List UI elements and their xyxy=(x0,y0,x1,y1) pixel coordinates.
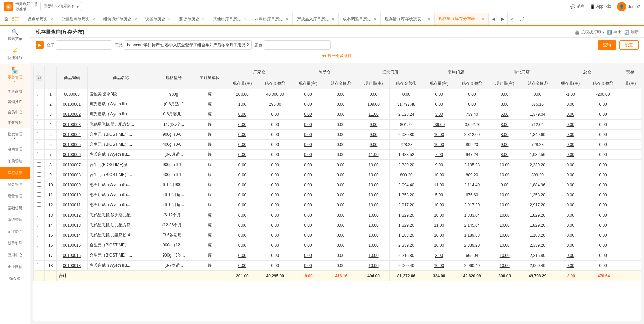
row-chen-qty[interactable]: 0.00 xyxy=(292,240,324,250)
row-yb-qty[interactable]: 10.00 xyxy=(489,230,521,240)
settings-icon[interactable]: ⚙ xyxy=(36,75,42,81)
row-fac-qty[interactable]: 0.00 xyxy=(226,230,258,240)
row-yb-qty[interactable]: 0.00 xyxy=(489,89,521,99)
sidebar-item-retail-shop[interactable]: 零售商城 xyxy=(0,86,30,97)
row-chen-qty[interactable]: 0.00 xyxy=(292,130,324,140)
sidebar-item-ecom[interactable]: 电商管理 xyxy=(0,143,30,155)
app-download-button[interactable]: 📱 App下载 xyxy=(590,4,611,9)
row-yb-qty[interactable]: 3.00 xyxy=(489,99,521,109)
sidebar-item-quick-nav[interactable]: ⚡ 快捷导航 xyxy=(0,45,30,64)
row-fac-qty[interactable]: 0.00 xyxy=(226,150,258,160)
tab-expand-button[interactable]: ⛶ xyxy=(517,13,526,25)
row-jb-qty[interactable]: 10.00 xyxy=(358,190,389,200)
row-checkbox[interactable] xyxy=(34,240,45,250)
tab-cost-adjust[interactable]: 成本调整单历史 ✕ xyxy=(339,13,381,25)
row-checkbox[interactable] xyxy=(34,160,45,170)
row-yb-qty[interactable]: 10.00 xyxy=(489,250,521,261)
row-chen-qty[interactable]: 0.00 xyxy=(292,109,324,120)
row-total-qty[interactable]: 0.00 xyxy=(554,150,586,160)
sidebar-item-member[interactable]: 会员中心 xyxy=(0,107,30,118)
row-na-qty[interactable]: 10.00 xyxy=(423,230,455,240)
row-product-code[interactable]: 00100008 xyxy=(57,170,87,180)
row-total-qty[interactable]: 0.00 xyxy=(554,170,586,180)
row-product-code[interactable]: 00100013 xyxy=(57,220,87,230)
row-na-qty[interactable]: 10.00 xyxy=(423,200,455,210)
row-na-qty[interactable]: 3.00 xyxy=(423,250,455,261)
row-fac-qty[interactable]: 0.00 xyxy=(226,261,258,271)
row-na-qty[interactable]: 0.00 xyxy=(423,89,455,99)
tab-purchase-request[interactable]: 要货单历史 ✕ xyxy=(175,13,209,25)
row-product-code[interactable]: 00100018 xyxy=(57,261,87,271)
tab-close-stock-status[interactable]: ✕ xyxy=(428,17,430,21)
tab-prev-button[interactable]: ◀ xyxy=(489,13,498,25)
sidebar-item-search[interactable]: 🔍 搜索英单 xyxy=(0,26,30,45)
row-checkbox[interactable] xyxy=(34,180,45,190)
row-na-qty[interactable]: 9.00 xyxy=(423,160,455,170)
row-product-code[interactable]: 00100002 xyxy=(57,109,87,120)
tab-close-all-button[interactable]: ✕ xyxy=(507,13,517,25)
row-jb-qty[interactable]: 10.00 xyxy=(358,170,389,180)
row-total-qty[interactable]: 0.00 xyxy=(554,99,586,109)
row-product-code[interactable]: 00100015 xyxy=(57,240,87,250)
tab-close-transfer[interactable]: ✕ xyxy=(168,17,171,21)
row-fac-qty[interactable]: 0.00 xyxy=(226,240,258,250)
product-input[interactable] xyxy=(124,40,252,50)
row-total-qty[interactable]: 0.00 xyxy=(554,220,586,230)
industry-selector[interactable]: 母婴行业演示陈套 ▾ xyxy=(40,2,82,11)
row-checkbox[interactable] xyxy=(34,120,45,130)
setting-button[interactable]: 设置 xyxy=(619,40,639,50)
expand-conditions-button[interactable]: ▾▾ 展开更多条件 xyxy=(322,52,352,60)
row-yb-qty[interactable]: 10.00 xyxy=(489,261,521,271)
sidebar-item-marketing[interactable]: 营销推广 xyxy=(0,97,30,107)
row-yb-qty[interactable]: 10.00 xyxy=(489,240,521,250)
sidebar-item-purchase[interactable]: 采购管理 xyxy=(0,155,30,167)
row-chen-qty[interactable]: 0.00 xyxy=(292,170,324,180)
row-fac-qty[interactable]: 200.00 xyxy=(226,89,258,99)
row-checkbox[interactable] xyxy=(34,220,45,230)
row-yb-qty[interactable]: 6.00 xyxy=(489,109,521,120)
tab-close-inventory-single[interactable]: ✕ xyxy=(50,17,53,21)
row-checkbox[interactable] xyxy=(34,170,45,180)
row-chen-qty[interactable]: 0.00 xyxy=(292,160,324,170)
row-na-qty[interactable]: -39.00 xyxy=(423,120,455,130)
sidebar-item-inventory[interactable]: 库存核算 xyxy=(0,167,30,179)
sidebar-item-pan-member[interactable]: 畅会员 xyxy=(0,273,30,284)
row-jb-qty[interactable]: 10.00 xyxy=(358,250,389,261)
tab-other-out[interactable]: 其他出库单历史 ✕ xyxy=(209,13,251,25)
row-fac-qty[interactable]: 0.00 xyxy=(226,250,258,261)
row-chen-qty[interactable]: 0.00 xyxy=(292,150,324,160)
row-chen-qty[interactable]: 0.00 xyxy=(292,200,324,210)
row-jb-qty[interactable]: 9.00 xyxy=(358,140,389,150)
refresh-button[interactable]: 🔄 刷新 xyxy=(624,29,639,35)
user-profile[interactable]: 👤 demo2 xyxy=(617,2,640,11)
warehouse-input[interactable] xyxy=(56,40,112,50)
tab-inventory-sub[interactable]: 分量盘点单历史 ✕ xyxy=(57,13,99,25)
row-na-qty[interactable]: 10.00 xyxy=(423,261,455,271)
row-yb-qty[interactable]: 9.00 xyxy=(489,140,521,150)
row-checkbox[interactable] xyxy=(34,230,45,240)
row-fac-qty[interactable]: 0.00 xyxy=(226,130,258,140)
row-total-qty[interactable]: 0.00 xyxy=(554,210,586,220)
row-total-qty[interactable]: 0.00 xyxy=(554,200,586,210)
sidebar-item-app-center[interactable]: 应用中心 xyxy=(0,249,30,261)
row-jb-qty[interactable]: 9.00 xyxy=(358,130,389,140)
row-yb-qty[interactable]: 10.00 xyxy=(489,220,521,230)
row-checkbox[interactable] xyxy=(34,130,45,140)
tab-close-purchase-request[interactable]: ✕ xyxy=(202,17,205,21)
row-fac-qty[interactable]: 0.00 xyxy=(226,140,258,150)
row-jb-qty[interactable]: 10.00 xyxy=(358,220,389,230)
sidebar-item-corp-wechat[interactable]: 企业微信 xyxy=(0,261,30,273)
row-product-code[interactable]: 00100012 xyxy=(57,210,87,220)
filter-toggle-button[interactable]: ▶ xyxy=(36,41,44,49)
row-jb-qty[interactable]: 11.00 xyxy=(358,109,389,120)
row-na-qty[interactable]: 5.00 xyxy=(423,190,455,200)
message-button[interactable]: 💬 消息 xyxy=(570,4,585,9)
row-yb-qty[interactable]: 10.00 xyxy=(489,190,521,200)
tab-close-bundle[interactable]: ✕ xyxy=(134,17,137,21)
row-na-qty[interactable]: 10.00 xyxy=(423,170,455,180)
tab-stock-status[interactable]: 现存量（库存状况表） ✕ xyxy=(381,13,435,25)
row-na-qty[interactable]: 10.00 xyxy=(423,140,455,150)
row-na-qty[interactable]: 10.00 xyxy=(423,130,455,140)
row-checkbox[interactable] xyxy=(34,261,45,271)
row-checkbox[interactable] xyxy=(34,250,45,261)
